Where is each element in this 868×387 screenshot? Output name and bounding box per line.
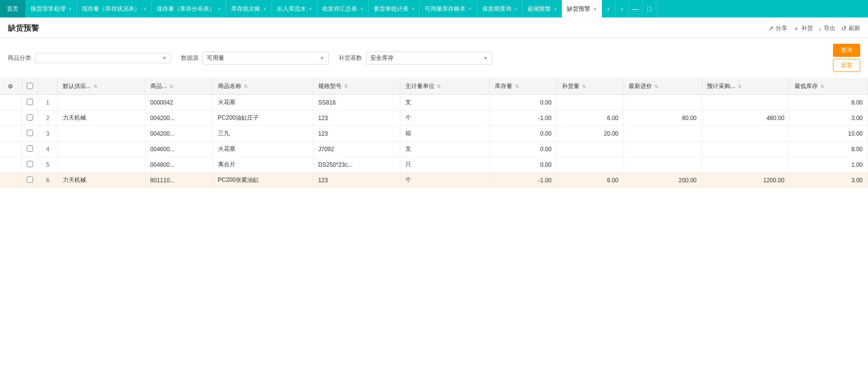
filter-datasource: 数据源 可用量 ▼ xyxy=(181,52,329,65)
close-tab-overstock[interactable]: × xyxy=(554,6,557,12)
close-tab-order[interactable]: × xyxy=(412,6,415,12)
th-checkbox[interactable] xyxy=(21,78,38,95)
row-checkbox-0[interactable] xyxy=(21,95,38,110)
replenish-button[interactable]: ＋ 补货 xyxy=(793,24,813,33)
share-button[interactable]: ↗ 分享 xyxy=(768,24,787,33)
table-row: 2 力天机械 004200... PC200油缸庄子 123 个 -1.00 6… xyxy=(0,110,868,126)
row-supplier-0 xyxy=(57,95,145,110)
replenish-select[interactable]: 安全库存 ▼ xyxy=(366,52,492,65)
row-price-3 xyxy=(624,141,702,157)
row-stock-5: -1.00 xyxy=(490,173,557,188)
select-all-checkbox[interactable] xyxy=(27,83,33,89)
refresh-button[interactable]: ↺ 刷新 xyxy=(841,24,860,33)
nav-next[interactable]: › xyxy=(615,0,629,18)
th-replenish-qty[interactable]: 补货量 ⇅ xyxy=(557,78,623,95)
row-gear-5[interactable] xyxy=(0,173,21,188)
th-stock-qty[interactable]: 库存量 ⇅ xyxy=(490,78,557,95)
close-tab-stock2[interactable]: × xyxy=(218,6,221,12)
th-spec[interactable]: 规格型号 ⇅ xyxy=(313,78,400,95)
row-checkbox-3[interactable] xyxy=(21,141,38,157)
th-unit[interactable]: 主计量单位 ⇅ xyxy=(400,78,490,95)
row-gear-4[interactable] xyxy=(0,157,21,173)
close-tab-batch[interactable]: × xyxy=(263,6,266,12)
tab-expire[interactable]: 保质期查询 × xyxy=(477,0,523,18)
th-product-code[interactable]: 商品... ⇅ xyxy=(145,78,213,95)
row-check-0[interactable] xyxy=(27,99,33,105)
row-check-1[interactable] xyxy=(27,114,33,121)
category-dropdown-icon: ▼ xyxy=(162,55,167,61)
row-check-4[interactable] xyxy=(27,161,33,167)
row-check-2[interactable] xyxy=(27,130,33,136)
row-gear-0[interactable] xyxy=(0,95,21,110)
row-unit-3: 支 xyxy=(400,141,490,157)
row-check-3[interactable] xyxy=(27,145,33,152)
th-product-name[interactable]: 商品名称 ⇅ xyxy=(213,78,313,95)
tab-stock2[interactable]: 现存量（库存分布表） × xyxy=(152,0,226,18)
row-gear-1[interactable] xyxy=(0,110,21,126)
row-price-2 xyxy=(624,126,702,141)
th-gear[interactable]: ⚙ xyxy=(0,78,21,95)
tab-shortage[interactable]: 缺货预警 × xyxy=(562,0,601,18)
th-est-purchase[interactable]: 预计采购... ⇅ xyxy=(702,78,789,95)
settings-button[interactable]: 设置 xyxy=(833,59,860,72)
row-replenish-2: 20.00 xyxy=(557,126,623,141)
close-tab-summary[interactable]: × xyxy=(360,6,363,12)
row-est-2 xyxy=(702,126,789,141)
row-supplier-1: 力天机械 xyxy=(57,110,145,126)
table-row: 4 004600... 火花塞 J7092 支 0.00 8.00 xyxy=(0,141,868,157)
close-tab-flow[interactable]: × xyxy=(309,6,312,12)
nav-prev[interactable]: ‹ xyxy=(602,0,615,18)
export-button[interactable]: ↓ 导出 xyxy=(819,24,836,33)
sort-stock-icon: ⇅ xyxy=(515,84,519,89)
row-spec-0: SS816 xyxy=(313,95,400,110)
replenish-value: 安全库存 xyxy=(370,54,394,62)
datasource-select[interactable]: 可用量 ▼ xyxy=(202,52,329,65)
category-select[interactable]: ▼ xyxy=(35,53,171,63)
table-body: 1 0000042 火花塞 SS816 支 0.00 8.00 2 力天机械 0… xyxy=(0,95,868,188)
filter-actions: 查询 设置 xyxy=(833,44,860,72)
row-check-5[interactable] xyxy=(27,176,33,183)
close-tab-shortage[interactable]: × xyxy=(593,6,596,12)
row-supplier-3 xyxy=(57,141,145,157)
data-table: ⚙ 默认供应... ⇅ 商品... ⇅ xyxy=(0,78,868,188)
row-est-4 xyxy=(702,157,789,173)
close-tab-stock1[interactable]: × xyxy=(143,6,146,12)
th-latest-price[interactable]: 最新进价 ⇅ xyxy=(624,78,702,95)
row-checkbox-5[interactable] xyxy=(21,173,38,188)
row-min-2: 10.00 xyxy=(790,126,868,141)
tab-avail[interactable]: 可用量库存账本 × xyxy=(420,0,477,18)
tab-order[interactable]: 要货单统计表 × xyxy=(369,0,420,18)
tab-pick[interactable]: 拣货异常处理 × xyxy=(26,0,77,18)
row-checkbox-2[interactable] xyxy=(21,126,38,141)
tab-overstock[interactable]: 超储预警 × xyxy=(523,0,562,18)
row-replenish-1: 6.00 xyxy=(557,110,623,126)
row-replenish-3 xyxy=(557,141,623,157)
row-name-0: 火花塞 xyxy=(213,95,313,110)
nav-minimize[interactable]: — xyxy=(629,0,643,18)
row-supplier-4 xyxy=(57,157,145,173)
table-row: 6 力天机械 801110... PC200张紧油缸 123 个 -1.00 6… xyxy=(0,173,868,188)
row-name-3: 火花塞 xyxy=(213,141,313,157)
close-tab-avail[interactable]: × xyxy=(469,6,471,12)
tab-batch[interactable]: 库存批次账 × xyxy=(226,0,271,18)
row-checkbox-1[interactable] xyxy=(21,110,38,126)
row-checkbox-4[interactable] xyxy=(21,157,38,173)
tab-flow[interactable]: 出入库流水 × xyxy=(272,0,317,18)
row-gear-2[interactable] xyxy=(0,126,21,141)
close-tab-expire[interactable]: × xyxy=(514,6,517,12)
sort-code-icon: ⇅ xyxy=(169,84,173,89)
nav-maximize[interactable]: □ xyxy=(643,0,656,18)
row-code-3: 004600... xyxy=(145,141,213,157)
query-button[interactable]: 查询 xyxy=(833,44,860,57)
datasource-label: 数据源 xyxy=(181,54,199,62)
row-name-4: 离合片 xyxy=(213,157,313,173)
tab-summary[interactable]: 收发存汇总表 × xyxy=(317,0,368,18)
row-min-1: 3.00 xyxy=(790,110,868,126)
tab-stock1[interactable]: 现存量（库存状况表） × xyxy=(77,0,151,18)
th-min-stock[interactable]: 最低库存 ⇅ xyxy=(790,78,868,95)
close-tab-pick[interactable]: × xyxy=(69,6,72,12)
th-default-supplier[interactable]: 默认供应... ⇅ xyxy=(57,78,145,95)
row-replenish-4 xyxy=(557,157,623,173)
row-gear-3[interactable] xyxy=(0,141,21,157)
tab-home[interactable]: 首页 xyxy=(0,0,26,18)
